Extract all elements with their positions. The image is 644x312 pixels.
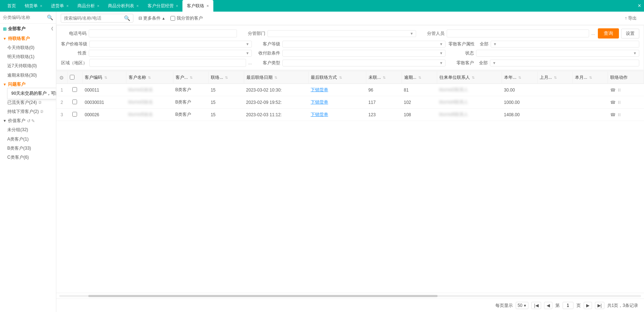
retail-attr-select[interactable]: ▼ [491,41,639,48]
close-product-list-tab[interactable]: × [136,4,138,8]
tab-purchase[interactable]: 进货单 × [47,0,73,12]
sidebar-section-value[interactable]: ▼ 价值客户 ↺ ✎ [0,116,56,125]
col-this-year[interactable]: 本年... ⇅ [502,72,537,84]
col-name[interactable]: 客户名称 ⇅ [126,72,173,84]
sidebar-item-c-class[interactable]: C类客户(6) [0,153,56,162]
retail-attr-arrow: ▼ [493,42,497,46]
tab-sales[interactable]: 销货单 × [20,0,47,12]
sidebar-item-tomorrow[interactable]: 明天待联络(1) [0,52,56,61]
region-input[interactable] [89,59,246,67]
col-uncontacted[interactable]: 未联... ⇅ [366,72,402,84]
last-page-btn[interactable]: ▶| [595,302,604,309]
customer-level-select[interactable]: ▼ [282,41,446,48]
sidebar-item-a-class[interactable]: A类客户(1) [0,135,56,144]
tab-customer-segment[interactable]: 客户分层经营 × [143,0,182,12]
status-select[interactable]: ▼ [476,50,639,57]
row-checkbox-cell[interactable] [67,84,82,96]
horizontal-scrollbar[interactable] [56,293,644,299]
sidebar-item-churned[interactable]: 已流失客户(24) ② [0,98,56,107]
tab-customer-contact[interactable]: 客户联络 × [182,0,213,12]
row-name: blurred3姓名 [126,96,173,109]
sidebar-item-ungrouped[interactable]: 未分组(32) [0,125,56,134]
row-checkbox[interactable] [72,100,77,104]
sidebar-item-b-class[interactable]: B类客户(33) [0,144,56,153]
settings-button[interactable]: 设置 [621,29,639,39]
last-method-link[interactable]: 下销货单 [311,100,328,105]
action-more-icon[interactable]: ⁞⁞ [618,112,621,117]
tab-product-analysis[interactable]: 商品分析 × [73,0,104,12]
page-number-input[interactable] [563,302,573,309]
row-checkbox[interactable] [72,87,77,92]
action-contact-icon[interactable]: ☎ [610,112,616,117]
dept-select[interactable]: ▼ [267,30,416,37]
gear-col[interactable]: ⚙ [56,72,67,84]
sidebar-all-customers[interactable]: ⊞ 全部客户 《 [0,24,56,34]
gear-icon[interactable]: ⚙ [59,75,64,81]
prev-page-btn[interactable]: ◀ [544,302,552,309]
window-close-icon[interactable]: × [638,3,641,9]
price-level-select[interactable]: ▼ [89,41,252,48]
tab-home[interactable]: 首页 [3,0,20,12]
tab-product-list[interactable]: 商品分析列表 × [104,0,143,12]
customer-type-select[interactable]: ▼ [282,60,446,66]
col-contact-num[interactable]: 联络... ⇅ [209,72,244,84]
sidebar-item-declining[interactable]: 持续下滑客户(2) ② [0,107,56,116]
col-contact-person[interactable]: 往来单位联系人 ⇅ [437,72,502,84]
col-this-month[interactable]: 本月... ⇅ [572,72,608,84]
action-more-icon[interactable]: ⁞⁞ [618,100,621,105]
manager-input[interactable] [447,29,589,37]
col-last-month[interactable]: 上月... ⇅ [537,72,572,84]
payment-select[interactable]: ▼ [282,50,446,57]
row-checkbox-cell[interactable] [67,96,82,109]
phone-input[interactable] [89,29,237,37]
select-all-checkbox[interactable] [70,75,75,80]
search-input[interactable] [64,16,124,21]
col-overdue[interactable]: 逾期... ⇅ [402,72,437,84]
my-customers-check[interactable] [170,16,175,21]
close-purchase-tab[interactable]: × [66,4,68,8]
filter-action-btns: 查询 设置 [598,28,639,39]
close-customer-contact-tab[interactable]: × [206,4,209,8]
col-type[interactable]: 客户... ⇅ [173,72,208,84]
last-method-link[interactable]: 下销货单 [311,87,328,92]
sidebar-section-pending[interactable]: ▼ 待联络客户 [0,34,56,43]
my-customers-checkbox[interactable]: 我分管的客户 [170,15,203,21]
row-checkbox-cell[interactable] [67,109,82,121]
scrollbar-thumb[interactable] [88,295,438,297]
action-contact-icon[interactable]: ☎ [610,100,616,105]
sidebar-item-today[interactable]: 今天待联络(0) [0,43,56,52]
nature-select[interactable]: ▼ [89,50,252,57]
filter-nature: 性质 ▼ [61,50,252,57]
sidebar-item-overdue-contact[interactable]: 逾期未联络(30) [0,71,56,80]
export-btn[interactable]: ↑ 导出 [622,14,640,23]
next-page-btn[interactable]: ▶ [584,302,592,309]
sidebar: 🔍 ⊞ 全部客户 《 ▼ 待联络客户 今天待联络(0) 明天待联络(1) 近7天… [0,12,56,312]
query-button[interactable]: 查询 [598,28,619,39]
action-more-icon[interactable]: ⁞⁞ [618,88,621,93]
filter-customer-level: 客户等级 ▼ [255,41,446,48]
action-contact-icon[interactable]: ☎ [610,88,616,93]
row-last-method[interactable]: 下销货单 [309,84,366,96]
close-customer-segment-tab[interactable]: × [176,4,178,8]
sidebar-search-input[interactable] [3,15,47,20]
first-page-btn[interactable]: |◀ [531,302,541,309]
row-last-method[interactable]: 下销货单 [309,109,366,121]
page-size-select[interactable]: 50 ▼ [516,302,528,309]
col-last-method[interactable]: 最后联络方式 ⇅ [309,72,366,84]
value-edit-icon[interactable]: ✎ [31,118,35,123]
row-checkbox[interactable] [72,112,77,117]
close-sales-tab[interactable]: × [40,4,42,8]
region-more-icon[interactable]: ... [248,60,252,65]
retail-customer-select[interactable]: ▼ [490,60,639,66]
manager-more-icon[interactable]: ... [591,31,595,36]
row-last-method[interactable]: 下销货单 [309,96,366,109]
checkbox-col[interactable] [67,72,82,84]
more-conditions-btn[interactable]: ⊟ 更多条件 ▲ [136,14,168,23]
col-code[interactable]: 客户编码 ⇅ [82,72,126,84]
last-method-link[interactable]: 下销货单 [311,112,328,117]
close-product-analysis-tab[interactable]: × [97,4,99,8]
value-refresh-icon[interactable]: ↺ [27,118,31,123]
col-last-date[interactable]: 最后联络日期 ⇅ [244,72,309,84]
sidebar-section-problem[interactable]: ▼ 问题客户 90天未交易的客户，可能有流失风险。 [0,80,56,89]
sidebar-item-7days[interactable]: 近7天待联络(0) [0,61,56,70]
